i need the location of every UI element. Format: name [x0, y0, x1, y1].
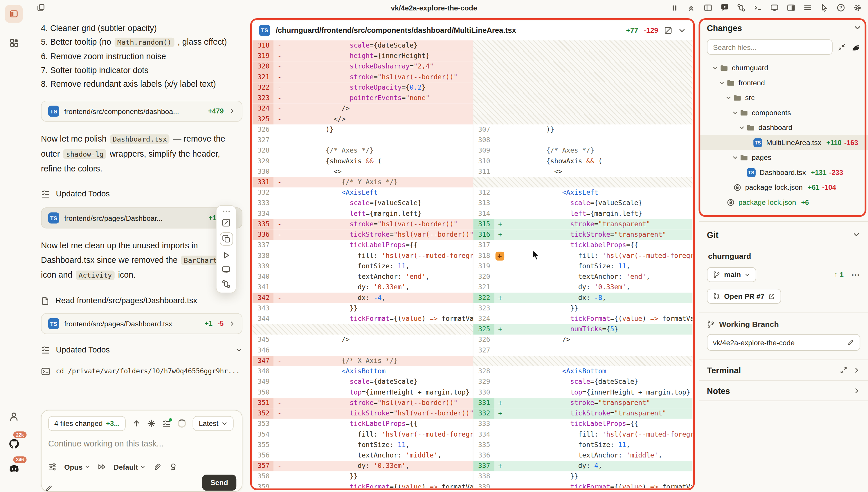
search-files-input[interactable] — [707, 39, 832, 54]
bird-icon[interactable] — [851, 42, 861, 52]
branch-selector[interactable]: main — [707, 267, 756, 282]
copy-tool-active[interactable] — [219, 232, 233, 246]
tree-folder-components[interactable]: components — [699, 105, 868, 120]
tree-folder-frontend[interactable]: frontend — [699, 75, 868, 90]
todos-status[interactable] — [162, 419, 171, 428]
file-chip-components-dashboard[interactable]: TS frontend/src/components/dashboa... +4… — [41, 101, 242, 122]
git-compare-icon[interactable] — [221, 279, 231, 289]
pencil-icon[interactable] — [45, 485, 52, 492]
panel-right-icon[interactable] — [784, 1, 797, 14]
diff-line-number: 335 — [473, 440, 494, 450]
chevron-down-icon[interactable] — [852, 230, 861, 239]
diff-line-number: 314 — [473, 208, 494, 219]
diff-line-number: 338 — [473, 471, 494, 482]
pointer-icon[interactable] — [818, 1, 830, 14]
panel-left-icon[interactable] — [701, 1, 714, 14]
open-pr-button[interactable]: Open PR #7 — [707, 289, 781, 303]
divider — [699, 401, 868, 401]
monitor-icon[interactable] — [221, 265, 231, 274]
sliders-icon[interactable] — [48, 462, 57, 471]
tree-file-package-lock-json[interactable]: package-lock.json+61-104 — [699, 180, 868, 195]
diff-line-number: 310 — [473, 156, 494, 167]
file-chip-pages-dashboard-2[interactable]: TS frontend/src/pages/Dashboard.tsx +1 -… — [41, 313, 242, 334]
chat-bubble-icon[interactable] — [718, 1, 731, 14]
latest-selector[interactable]: Latest — [193, 416, 233, 431]
monitor-icon[interactable] — [768, 1, 781, 14]
drag-handle-icon[interactable] — [222, 210, 230, 213]
github-stars-badge: 22k — [13, 432, 27, 438]
diff-code-line: top={innerHeight + margin.top} — [286, 387, 473, 398]
arrow-up-icon[interactable] — [132, 419, 141, 427]
terminal-section[interactable]: Terminal — [699, 360, 868, 380]
github-icon[interactable]: 22k — [7, 437, 21, 451]
chevron-down-icon[interactable] — [235, 346, 242, 353]
diff-row: 320- strokeDasharray="2,4" — [253, 62, 693, 72]
chevron-right-icon[interactable] — [853, 366, 861, 374]
inline-code: Dashboard.tsx — [110, 134, 170, 144]
tree-folder-churnguard[interactable]: churnguard — [699, 60, 868, 75]
git-menu-button[interactable]: ⋯ — [851, 270, 861, 280]
tree-folder-pages[interactable]: pages — [699, 150, 868, 165]
chevron-down-icon[interactable] — [678, 26, 686, 34]
tree-file-multilinearea-tsx[interactable]: TSMultiLineArea.tsx+110-163 — [699, 135, 868, 150]
workspace-panel-icon[interactable] — [5, 5, 23, 23]
text: icon and — [41, 270, 75, 279]
diff-line-number: 308 — [473, 135, 494, 145]
diff-line-number: 321 — [473, 282, 494, 293]
tree-file-package-lock-json[interactable]: package-lock.json+6 — [699, 195, 868, 210]
diff-code-line: stroke="transparent" — [506, 398, 693, 408]
diff-code-line: dy: '0.33em', — [506, 282, 693, 293]
discord-icon[interactable]: 346 — [7, 461, 21, 476]
menu-icon[interactable] — [801, 1, 814, 14]
edit-diff-icon[interactable] — [221, 218, 231, 227]
added-lines: +61 — [807, 183, 819, 191]
model-selector[interactable]: Opus — [64, 463, 90, 471]
working-branch-field[interactable]: vk/4e2a-explore-the-code — [707, 334, 860, 351]
diff-code-line: tickStroke="transparent" — [506, 408, 693, 419]
stack-icon[interactable] — [34, 1, 47, 14]
mode-selector[interactable]: Default — [114, 463, 146, 471]
tree-folder-dashboard[interactable]: dashboard — [699, 120, 868, 135]
terminal-icon[interactable] — [751, 1, 764, 14]
play-icon[interactable] — [221, 251, 231, 260]
pause-icon[interactable] — [668, 1, 681, 14]
tree-file-dashboard-tsx[interactable]: TSDashboard.tsx+131-233 — [699, 165, 868, 179]
paperclip-icon[interactable] — [153, 462, 162, 471]
add-comment-button[interactable]: + — [495, 251, 504, 261]
settings-gear-icon[interactable] — [851, 1, 864, 14]
notes-section[interactable]: Notes — [699, 380, 868, 401]
grid-view-icon[interactable] — [7, 35, 21, 50]
spark-icon[interactable] — [147, 419, 156, 427]
award-icon[interactable] — [169, 462, 178, 471]
expand-icon[interactable] — [840, 366, 848, 374]
files-changed-pill[interactable]: 4 files changed +3... — [48, 416, 126, 431]
split-view-icon[interactable] — [664, 26, 673, 35]
diff-line-number: 342 — [253, 293, 274, 303]
ts-file-icon: TS — [747, 168, 756, 177]
terminal-command-row[interactable]: cd /private/var/folders/10/h7w0q46556ggr… — [41, 365, 242, 378]
send-button[interactable]: Send — [202, 474, 236, 491]
folder-name: src — [745, 93, 755, 102]
updated-todos-row-2[interactable]: Updated Todos — [41, 343, 242, 357]
pencil-icon[interactable] — [847, 339, 854, 346]
todos-activity-dot — [169, 418, 172, 421]
diff-line-number: 312 — [473, 188, 494, 198]
message-input[interactable] — [48, 439, 235, 448]
chevron-down-icon[interactable] — [853, 24, 861, 32]
git-compare-icon[interactable] — [734, 1, 747, 14]
file-chip-pages-dashboard[interactable]: TS frontend/src/pages/Dashboar... +130 -… — [41, 207, 242, 228]
collapse-up-icon[interactable] — [685, 1, 698, 14]
chevron-right-icon[interactable] — [853, 387, 861, 394]
updated-todos-row[interactable]: Updated Todos — [41, 187, 242, 201]
read-file-row[interactable]: Read frontend/src/pages/Dashboard.tsx — [41, 294, 242, 308]
help-icon[interactable]: ? — [834, 1, 847, 14]
diff-line-number: 324 — [473, 314, 494, 324]
fast-forward-icon[interactable] — [97, 462, 107, 471]
commits-ahead: ↑ 1 — [834, 270, 844, 279]
collapse-tree-icon[interactable] — [838, 43, 846, 51]
diff-filler — [473, 356, 693, 366]
chevron-right-icon — [229, 108, 235, 115]
diff-line-number: 339 — [473, 482, 494, 488]
tree-folder-src[interactable]: src — [699, 90, 868, 105]
account-icon[interactable] — [7, 409, 21, 424]
